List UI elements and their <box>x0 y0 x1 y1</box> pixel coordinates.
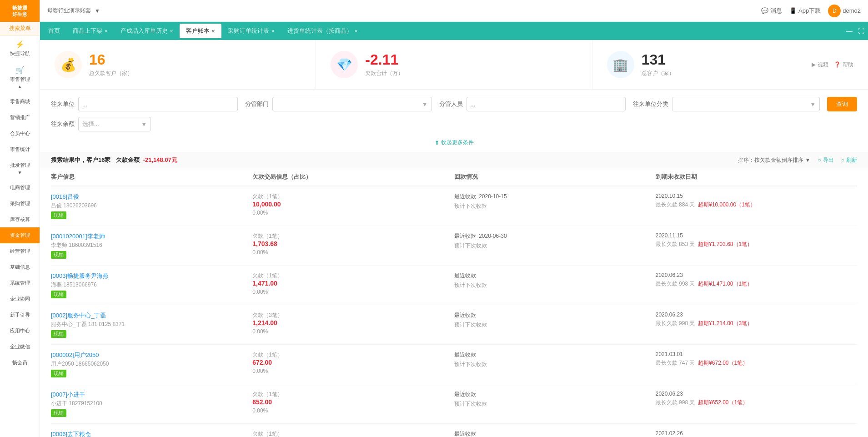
tabs-bar: 首页 商品上下架 ✕ 产成品入库单历史 ✕ 客户账本 ✕ 采购订单统计表 ✕ 进… <box>40 22 868 40</box>
customer-info-3: [0002]服务中心_丁磊 服务中心_丁磊 181 0125 8371 现销 <box>51 311 252 338</box>
customer-name-0[interactable]: [0016]吕俊 <box>51 193 252 201</box>
tab-home-label: 首页 <box>48 27 60 35</box>
debt-value: -21,148.07元 <box>143 156 177 163</box>
video-btn[interactable]: ▶ 视频 <box>812 61 828 69</box>
top-bar: 母婴行业演示账套 ▼ 💬 消息 📱 App下载 D demo2 <box>40 0 868 22</box>
page-content: 💰 16 总欠款客户（家） 💎 -2.11 欠款合计（万） 🏢 <box>40 40 868 437</box>
overdue-link-0[interactable]: 超期¥10,000.00（1笔） <box>698 201 756 208</box>
dept-select[interactable]: ▼ <box>272 97 432 111</box>
sidebar-item-operations[interactable]: 经营管理 <box>0 243 40 259</box>
sort-label: 排序：按欠款金额倒序排序 <box>738 156 803 164</box>
sidebar-item-appcenter[interactable]: 应用中心 <box>0 323 40 339</box>
manager-input[interactable]: ... <box>467 97 626 111</box>
customer-name-3[interactable]: [0002]服务中心_丁磊 <box>51 311 252 320</box>
overdue-link-5[interactable]: 超期¥652.00（1笔） <box>698 399 748 406</box>
results-bar: 搜索结果中，客户16家 欠款金额 -21,148.07元 排序：按欠款金额倒序排… <box>40 152 868 168</box>
sidebar-item-enterprise[interactable]: 企业协同 <box>0 291 40 307</box>
tab-product-onoff-close[interactable]: ✕ <box>104 29 108 34</box>
customer-name-4[interactable]: [000002]用户2050 <box>51 351 252 359</box>
sidebar-item-system[interactable]: 系统管理 <box>0 275 40 291</box>
customer-tag-3: 现销 <box>51 330 66 338</box>
tab-import-stats-close[interactable]: ✕ <box>354 29 358 34</box>
tabs-minimize-btn[interactable]: — <box>844 25 854 36</box>
sidebar-item-member[interactable]: 会员中心 <box>0 126 40 141</box>
wechat-label: 企业微信 <box>10 343 30 350</box>
sidebar-item-guide[interactable]: 新手引导 <box>0 307 40 323</box>
overdue-link-2[interactable]: 超期¥1,471.00（1笔） <box>698 281 753 287</box>
balance-select[interactable]: 选择... ▼ <box>78 117 151 131</box>
due-info-4: 2021.03.01 最长欠款 747 天 超期¥672.00（1笔） <box>656 351 857 367</box>
filter-balance: 往来余额 选择... ▼ <box>51 117 857 131</box>
customer-sub-0: 吕俊 13026203696 <box>51 202 252 210</box>
tab-home[interactable]: 首页 <box>42 24 66 38</box>
sidebar-item-retail-mall[interactable]: 零售商城 <box>0 94 40 110</box>
sidebar-item-wholesale[interactable]: 批发管理 ▼ <box>0 157 40 180</box>
overdue-link-3[interactable]: 超期¥1,214.00（3笔） <box>698 320 753 326</box>
help-btn[interactable]: ❓ 帮助 <box>834 61 853 69</box>
debt-info-5: 欠款（1笔） 652.00 0.00% <box>252 391 454 414</box>
sidebar-item-vip[interactable]: 畅会员 <box>0 355 40 371</box>
sidebar-item-quicknav[interactable]: ⚡ 快捷导航 <box>0 35 40 61</box>
from-unit-input[interactable]: ... <box>78 97 238 111</box>
filter-from-unit: 往来单位 ... <box>51 97 238 111</box>
app-logo[interactable]: 畅捷通好生意 <box>0 0 40 22</box>
tab-product-onoff[interactable]: 商品上下架 ✕ <box>66 24 114 38</box>
tab-customer-ledger[interactable]: 客户账本 ✕ <box>180 24 221 38</box>
customer-tag-0: 现销 <box>51 211 66 219</box>
export-btn[interactable]: ○ 导出 <box>818 156 834 164</box>
filter-collapse-btn[interactable]: ⬆ 收起更多条件 <box>51 137 857 148</box>
sidebar-item-purchase[interactable]: 采购管理 <box>0 196 40 211</box>
collect-info-0: 最近收款 2020-10-15 预计下次收款 <box>454 193 656 210</box>
sort-dropdown[interactable]: 排序：按欠款金额倒序排序 ▼ <box>738 156 811 164</box>
sidebar-item-marketing[interactable]: 营销推广 <box>0 110 40 126</box>
tab-import-stats[interactable]: 进货单统计表（按商品） ✕ <box>281 24 364 38</box>
tab-stock-history[interactable]: 产成品入库单历史 ✕ <box>114 24 180 38</box>
results-summary-text: 搜索结果中，客户16家 <box>51 156 110 163</box>
debt-count-0: 欠款（1笔） <box>252 193 454 201</box>
sidebar-item-retail-stats[interactable]: 零售统计 <box>0 141 40 157</box>
export-label: 导出 <box>823 156 834 164</box>
next-collect-5: 预计下次收款 <box>454 400 656 408</box>
collect-info-2: 最近收款 预计下次收款 <box>454 272 656 289</box>
overdue-link-1[interactable]: 超期¥1,703.68（1笔） <box>698 241 753 247</box>
table-row: [0016]吕俊 吕俊 13026203696 现销 欠款（1笔） 10,000… <box>51 186 857 226</box>
tab-purchase-stats[interactable]: 采购订单统计表 ✕ <box>221 24 281 38</box>
app-download-label: App下载 <box>798 7 821 15</box>
app-download-btn[interactable]: 📱 App下载 <box>789 7 821 15</box>
total-customers-icon: 🏢 <box>607 51 634 78</box>
tab-customer-ledger-close[interactable]: ✕ <box>211 29 215 34</box>
industry-dropdown-icon[interactable]: ▼ <box>95 8 100 14</box>
message-label: 消息 <box>770 7 782 15</box>
sidebar-item-basicinfo[interactable]: 基础信息 <box>0 259 40 275</box>
tab-stock-history-close[interactable]: ✕ <box>170 29 173 34</box>
tab-purchase-stats-label: 采购订单统计表 <box>228 27 269 35</box>
retail-mgmt-label: 零售管理 <box>10 76 30 83</box>
search-button[interactable]: 查询 <box>827 97 857 111</box>
sidebar-item-retail-mgmt[interactable]: 🛒 零售管理 ▲ <box>0 61 40 94</box>
customer-name-5[interactable]: [0007]小进干 <box>51 391 252 399</box>
sidebar-item-inventory[interactable]: 库存核算 <box>0 211 40 227</box>
customer-name-2[interactable]: [0003]畅捷服务尹海燕 <box>51 272 252 280</box>
marketing-label: 营销推广 <box>10 114 30 121</box>
balance-dropdown-icon: ▼ <box>141 121 147 128</box>
tab-purchase-stats-close[interactable]: ✕ <box>271 29 275 34</box>
col-header-customer: 客户信息 <box>51 173 252 181</box>
sidebar-item-ecommerce[interactable]: 电商管理 <box>0 180 40 196</box>
message-btn[interactable]: 💬 消息 <box>761 7 782 15</box>
user-profile[interactable]: D demo2 <box>828 5 861 17</box>
unit-category-select[interactable]: ▼ <box>672 97 820 111</box>
overdue-days-2: 最长欠款 998 天 超期¥1,471.00（1笔） <box>656 280 857 288</box>
sidebar-item-finance[interactable]: 资金管理 <box>0 227 40 243</box>
search-menu-item[interactable]: 搜索菜单 <box>0 22 40 35</box>
sort-dropdown-icon: ▼ <box>805 157 811 163</box>
customer-tag-1: 现销 <box>51 251 66 259</box>
refresh-btn[interactable]: ○ 刷新 <box>841 156 857 164</box>
customer-name-1[interactable]: [0001020001]李老师 <box>51 232 252 241</box>
stat-card-debt-total: 💎 -2.11 欠款合计（万） <box>316 40 592 89</box>
customer-tag-4: 现销 <box>51 370 66 377</box>
customer-name-6[interactable]: [0006]去下粮仓 <box>51 430 252 437</box>
overdue-link-4[interactable]: 超期¥672.00（1笔） <box>698 360 748 366</box>
tabs-maximize-btn[interactable]: ⛶ <box>856 25 866 36</box>
sidebar-item-wechat[interactable]: 企业微信 <box>0 339 40 355</box>
debt-info-6: 欠款（1笔） 455.90 0.00% <box>252 430 454 437</box>
